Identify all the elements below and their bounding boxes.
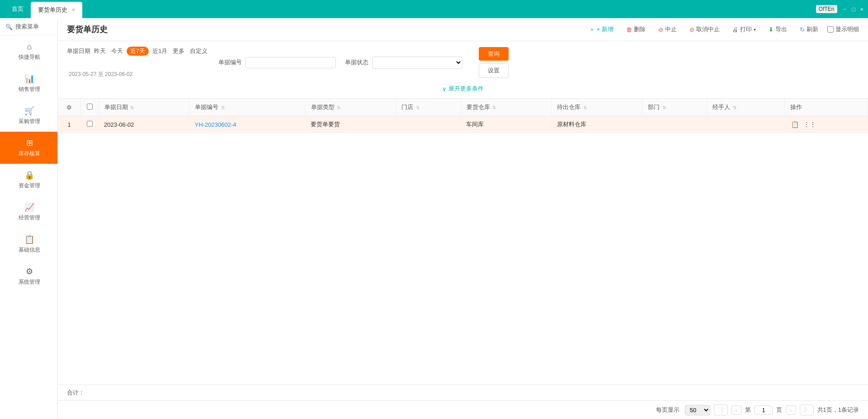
window-close[interactable]: × xyxy=(860,6,863,13)
sidebar-item-label: 系统管理 xyxy=(19,278,40,286)
finance-icon: 🔒 xyxy=(24,170,34,180)
data-table: ⚙ 单据日期 ⇅ 单据编号 ⇅ 单据类型 xyxy=(58,99,868,133)
sidebar-item-system[interactable]: ⚙ 系统管理 xyxy=(0,260,57,292)
row-billno: YH-20230602-4 xyxy=(189,116,305,133)
sidebar-item-label: 基础信息 xyxy=(19,246,40,254)
bill-no-input[interactable] xyxy=(245,57,336,68)
header-actions: ＋ + 新增 🗑 删除 ⊘ 中止 ⊘ 取消中止 🖨 打印 xyxy=(585,24,859,35)
sidebar: 🔍 搜索菜单 ⌂ 快捷导航 📊 销售管理 🛒 采购管理 ⊞ 库存核算 🔒 资金管… xyxy=(0,18,58,419)
page-go-prefix: 第 xyxy=(745,406,751,414)
row-dept xyxy=(642,116,707,133)
row-handler xyxy=(707,116,785,133)
tab-home-label: 首页 xyxy=(12,5,24,13)
export-button[interactable]: ⬇ 导出 xyxy=(765,24,791,35)
print-button[interactable]: 🖨 打印 ▾ xyxy=(729,24,760,35)
sidebar-search[interactable]: 🔍 搜索菜单 xyxy=(0,18,57,36)
page-input[interactable] xyxy=(755,405,773,415)
col-settings[interactable]: ⚙ xyxy=(58,99,80,116)
sidebar-item-operations[interactable]: 📈 经营管理 xyxy=(0,196,57,228)
billno-sort-icon[interactable]: ⇅ xyxy=(221,105,225,110)
cancel-stop-icon: ⊘ xyxy=(689,26,694,33)
prev-page-button[interactable]: ‹ xyxy=(731,405,741,415)
filter-area: 单据日期 昨天 今天 近7天 近1月 更多 自定义 2023-05-27 至 2… xyxy=(58,41,868,99)
inventory-icon: ⊞ xyxy=(26,138,33,148)
tab-active[interactable]: 要货单历史 × xyxy=(31,2,82,18)
refresh-label: 刷新 xyxy=(807,25,818,33)
chevron-down-icon: ∨ xyxy=(442,86,447,92)
row-detail-icon[interactable]: ⋮⋮ xyxy=(802,120,817,129)
col-billtype: 单据类型 ⇅ xyxy=(305,99,396,116)
close-tab-icon[interactable]: × xyxy=(72,7,75,13)
date-btn-7days[interactable]: 近7天 xyxy=(127,47,149,56)
col-checkbox xyxy=(80,99,99,116)
date-sort-icon[interactable]: ⇅ xyxy=(130,105,134,110)
date-quick-btns: 昨天 今天 近7天 近1月 更多 自定义 xyxy=(92,47,209,56)
filter-row: 单据日期 昨天 今天 近7天 近1月 更多 自定义 2023-05-27 至 2… xyxy=(67,47,859,78)
pendingwarehouse-sort-icon[interactable]: ⇅ xyxy=(583,105,587,110)
query-button[interactable]: 查询 xyxy=(479,47,509,61)
setting-button[interactable]: 设置 xyxy=(479,63,509,78)
page-info: 共1页，1条记录 xyxy=(817,406,859,414)
stop-button[interactable]: ⊘ 中止 xyxy=(655,24,680,35)
table-body: 1 2023-06-02 YH-20230602-4 要货单要货 车间库 原材料… xyxy=(58,116,868,133)
bill-no-link[interactable]: YH-20230602-4 xyxy=(195,121,236,128)
main-content: 要货单历史 ＋ + 新增 🗑 删除 ⊘ 中止 ⊘ 取消中止 xyxy=(58,18,868,419)
sidebar-item-label: 资金管理 xyxy=(19,182,40,190)
sidebar-item-quick-nav[interactable]: ⌂ 快捷导航 xyxy=(0,36,57,67)
dept-sort-icon[interactable]: ⇅ xyxy=(662,105,666,110)
expand-button[interactable]: ∨ 展开更多条件 xyxy=(442,85,484,93)
row-reqwarehouse: 车间库 xyxy=(461,116,552,133)
row-checkbox[interactable] xyxy=(87,121,93,127)
cancel-stop-button[interactable]: ⊘ 取消中止 xyxy=(686,24,723,35)
date-btn-custom[interactable]: 自定义 xyxy=(188,47,209,56)
page-size-select[interactable]: 50 10 20 100 xyxy=(685,405,710,415)
window-minimize[interactable]: － xyxy=(842,5,848,13)
store-sort-icon[interactable]: ⇅ xyxy=(416,105,420,110)
row-pendingwarehouse: 原材料仓库 xyxy=(552,116,642,133)
date-btn-yesterday[interactable]: 昨天 xyxy=(92,47,108,56)
select-all-checkbox[interactable] xyxy=(87,104,93,110)
new-button[interactable]: ＋ + 新增 xyxy=(585,24,617,35)
row-billtype: 要货单要货 xyxy=(305,116,396,133)
tab-home[interactable]: 首页 xyxy=(5,0,31,18)
sidebar-item-sales[interactable]: 📊 销售管理 xyxy=(0,67,57,100)
last-page-button[interactable]: 》 xyxy=(800,405,814,415)
col-date: 单据日期 ⇅ xyxy=(99,99,189,116)
status-select[interactable] xyxy=(372,57,462,69)
next-page-button[interactable]: › xyxy=(786,405,796,415)
refresh-button[interactable]: ↻ 刷新 xyxy=(796,24,822,35)
often-badge: OfTEn xyxy=(816,5,837,13)
date-btn-today[interactable]: 今天 xyxy=(109,47,125,56)
system-icon: ⚙ xyxy=(26,267,33,276)
sidebar-item-purchase[interactable]: 🛒 采购管理 xyxy=(0,100,57,132)
date-btn-more[interactable]: 更多 xyxy=(171,47,186,56)
handler-sort-icon[interactable]: ⇅ xyxy=(733,105,736,110)
date-range-display: 2023-05-27 至 2023-06-02 xyxy=(69,71,132,78)
home-icon: ⌂ xyxy=(27,42,32,52)
export-icon: ⬇ xyxy=(769,26,774,33)
sidebar-item-label: 采购管理 xyxy=(19,118,40,125)
row-edit-icon[interactable]: 📋 xyxy=(790,120,800,129)
show-detail-input[interactable] xyxy=(827,26,834,33)
first-page-button[interactable]: 《 xyxy=(714,405,728,415)
col-reqwarehouse: 要货仓库 ⇅ xyxy=(461,99,552,116)
row-checkbox-cell xyxy=(80,116,99,133)
reqwarehouse-sort-icon[interactable]: ⇅ xyxy=(492,105,496,110)
stop-label: 中止 xyxy=(665,25,677,33)
sidebar-item-basic-info[interactable]: 📋 基础信息 xyxy=(0,228,57,260)
table-container: ⚙ 单据日期 ⇅ 单据编号 ⇅ 单据类型 xyxy=(58,99,868,385)
date-filter-label: 单据日期 xyxy=(67,47,90,55)
sidebar-item-inventory[interactable]: ⊞ 库存核算 xyxy=(0,132,57,164)
new-label: + 新增 xyxy=(597,25,613,33)
delete-button[interactable]: 🗑 删除 xyxy=(623,24,649,35)
refresh-icon: ↻ xyxy=(800,26,805,33)
row-date: 2023-06-02 xyxy=(99,116,189,133)
show-detail-checkbox[interactable]: 显示明细 xyxy=(827,25,859,33)
page-title: 要货单历史 xyxy=(67,24,108,35)
sidebar-item-finance[interactable]: 🔒 资金管理 xyxy=(0,164,57,196)
window-maximize[interactable]: □ xyxy=(852,6,856,13)
billtype-sort-icon[interactable]: ⇅ xyxy=(337,105,340,110)
date-btn-1month[interactable]: 近1月 xyxy=(151,47,169,56)
cancel-stop-label: 取消中止 xyxy=(696,25,720,33)
table-header: ⚙ 单据日期 ⇅ 单据编号 ⇅ 单据类型 xyxy=(58,99,868,116)
